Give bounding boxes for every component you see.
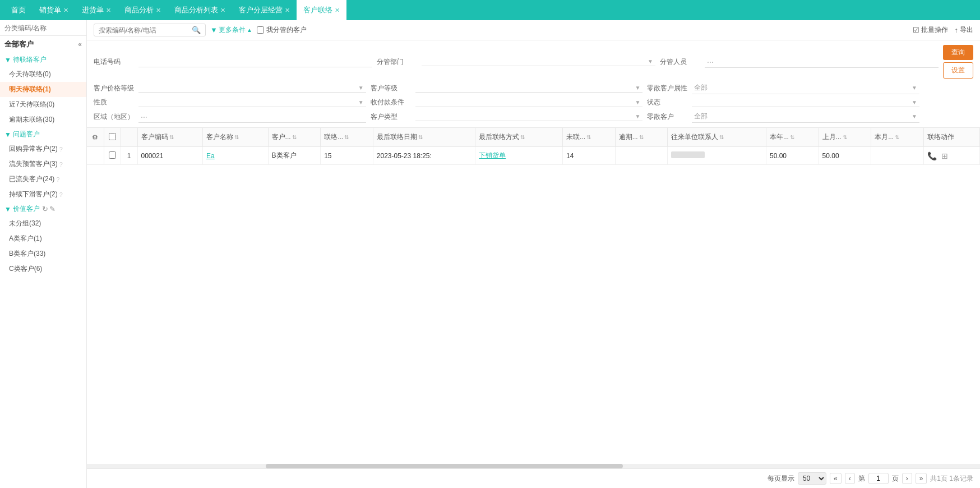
next-page-button[interactable]: › — [902, 473, 912, 484]
col-name[interactable]: 客户名称⇅ — [203, 128, 269, 147]
grid-action-icon[interactable]: ⊞ — [941, 151, 948, 160]
col-gear[interactable]: ⚙ — [87, 128, 104, 147]
sidebar-item-churned[interactable]: 已流失客户(24) ? — [0, 172, 86, 187]
nav-customer-segment[interactable]: 客户分层经营 ✕ — [232, 0, 297, 20]
customer-level-chevron-icon: ▼ — [635, 85, 640, 91]
sidebar-item-overdue[interactable]: 逾期未联络(30) — [0, 112, 86, 127]
col-last-method[interactable]: 最后联络方式⇅ — [475, 128, 563, 147]
filter-status: 状态 ▼ — [647, 98, 919, 107]
filter-button[interactable]: ▼ 更多条件 ▲ — [210, 25, 252, 35]
last-method-link[interactable]: 下销货单 — [479, 151, 506, 159]
my-customers-checkbox[interactable] — [257, 26, 264, 34]
retail-customer-label: 零散客户 — [647, 112, 692, 122]
price-level-select[interactable]: ▼ — [138, 84, 366, 93]
row-last-method[interactable]: 下销货单 — [475, 147, 563, 165]
col-contact[interactable]: 联络...⇅ — [321, 128, 373, 147]
refresh-icon[interactable]: ↻ — [42, 205, 48, 213]
sidebar-item-a-class[interactable]: A类客户(1) — [0, 231, 86, 246]
close-sales-icon[interactable]: ✕ — [63, 7, 68, 14]
pagination: 每页显示 50 100 200 « ‹ 第 页 › » 共1页 1条记录 — [87, 468, 980, 488]
my-customers-toggle[interactable]: 我分管的客户 — [257, 25, 307, 35]
help-icon-churned[interactable]: ? — [56, 176, 59, 183]
nature-select[interactable]: ▼ — [138, 98, 366, 107]
export-button[interactable]: ↑ 导出 — [955, 25, 974, 35]
nav-goods-analysis-list[interactable]: 商品分析列表 ✕ — [168, 0, 232, 20]
sidebar-item-b-class[interactable]: B类客户(33) — [0, 246, 86, 261]
col-not-contacted[interactable]: 未联...⇅ — [563, 128, 616, 147]
customer-type-chevron-icon: ▼ — [635, 113, 640, 119]
col-unit-contact[interactable]: 往来单位联系人⇅ — [668, 128, 766, 147]
row-num: 1 — [121, 147, 137, 165]
first-page-button[interactable]: « — [830, 473, 842, 484]
nav-customer-contact[interactable]: 客户联络 ✕ — [297, 0, 346, 20]
select-all-checkbox[interactable] — [109, 133, 116, 140]
scrollbar-thumb[interactable] — [266, 464, 623, 468]
customer-name-link[interactable]: Ea — [206, 152, 215, 160]
sidebar-item-c-class[interactable]: C类客户(6) — [0, 261, 86, 277]
sidebar-item-week7[interactable]: 近7天待联络(0) — [0, 97, 86, 112]
row-select-checkbox[interactable] — [109, 151, 116, 159]
table-header-row: ⚙ 客户编码⇅ 客户名称⇅ 客户...⇅ 联络...⇅ 最后联络日期⇅ 最后联络… — [87, 128, 980, 147]
nav-purchase[interactable]: 进货单 ✕ — [75, 0, 118, 20]
page-input[interactable] — [868, 473, 889, 484]
col-last-month[interactable]: 上月...⇅ — [819, 128, 871, 147]
col-last-date[interactable]: 最后联络日期⇅ — [373, 128, 475, 147]
main-layout: 🔍 全部客户 « ▼ 待联络客户 今天待联络(0) 明天待联络(1) 近7天待联… — [0, 20, 980, 488]
help-icon-declining[interactable]: ? — [59, 191, 63, 198]
phone-input[interactable] — [138, 57, 372, 67]
filter-nature: 性质 ▼ — [94, 98, 366, 107]
sidebar-item-today[interactable]: 今天待联络(0) — [0, 67, 86, 82]
customer-type-select[interactable]: ▼ — [415, 112, 643, 121]
horizontal-scrollbar[interactable] — [87, 464, 980, 468]
toolbar-search-input[interactable] — [99, 26, 192, 34]
top-navigation: 首页 销货单 ✕ 进货单 ✕ 商品分析 ✕ 商品分析列表 ✕ 客户分层经营 ✕ … — [0, 0, 980, 20]
nav-sales[interactable]: 销货单 ✕ — [33, 0, 75, 20]
prev-page-button[interactable]: ‹ — [845, 473, 855, 484]
col-this-year[interactable]: 本年...⇅ — [766, 128, 819, 147]
sidebar-item-tomorrow[interactable]: 明天待联络(1) — [0, 82, 86, 97]
batch-button[interactable]: ☑ 批量操作 — [913, 25, 948, 35]
col-type[interactable]: 客户...⇅ — [268, 128, 321, 147]
col-code[interactable]: 客户编码⇅ — [137, 128, 203, 147]
col-this-month[interactable]: 本月...⇅ — [871, 128, 924, 147]
filter-retail-attr: 零散客户属性 全部 ▼ — [647, 82, 919, 94]
filter-row-3: 性质 ▼ 收付款条件 ▼ 状态 — [94, 98, 973, 107]
status-select[interactable]: ▼ — [692, 98, 919, 107]
sidebar-search-input[interactable] — [4, 24, 87, 32]
all-customers-header[interactable]: 全部客户 « — [0, 36, 86, 53]
sidebar-item-repurchase[interactable]: 回购异常客户(2) ? — [0, 141, 86, 156]
sort-year-icon: ⇅ — [790, 134, 794, 140]
phone-action-icon[interactable]: 📞 — [927, 151, 937, 160]
retail-attr-select[interactable]: 全部 ▼ — [692, 82, 919, 94]
sidebar-item-ungrouped[interactable]: 未分组(32) — [0, 216, 86, 231]
row-checkbox — [104, 147, 121, 165]
col-overdue[interactable]: 逾期...⇅ — [615, 128, 668, 147]
page-size-select[interactable]: 50 100 200 — [798, 472, 826, 485]
manager-ellipsis[interactable]: ··· — [705, 56, 939, 68]
close-customer-segment-icon[interactable]: ✕ — [285, 7, 290, 14]
close-purchase-icon[interactable]: ✕ — [106, 7, 111, 14]
help-icon-repurchase[interactable]: ? — [59, 146, 63, 153]
row-last-month: 50.00 — [819, 147, 871, 165]
sidebar-item-churn-warning[interactable]: 流失预警客户(3) ? — [0, 156, 86, 172]
total-records: 共1页 1条记录 — [930, 474, 973, 484]
retail-customer-select[interactable]: 全部 ▼ — [692, 111, 919, 123]
region-ellipsis[interactable]: ··· — [138, 111, 366, 123]
row-name[interactable]: Ea — [203, 147, 269, 165]
payment-select[interactable]: ▼ — [415, 98, 643, 107]
setting-button[interactable]: 设置 — [943, 62, 973, 79]
query-button[interactable]: 查询 — [943, 45, 973, 60]
close-goods-analysis-list-icon[interactable]: ✕ — [220, 7, 225, 14]
customer-level-select[interactable]: ▼ — [415, 84, 643, 93]
edit-value-icon[interactable]: ✎ — [49, 205, 56, 213]
toolbar-search-icon[interactable]: 🔍 — [192, 26, 201, 34]
close-customer-contact-icon[interactable]: ✕ — [335, 7, 340, 14]
close-goods-analysis-icon[interactable]: ✕ — [156, 7, 161, 14]
help-icon-churn[interactable]: ? — [59, 161, 63, 168]
filter-customer-level: 客户等级 ▼ — [371, 84, 643, 93]
sidebar-item-declining[interactable]: 持续下滑客户(2) ? — [0, 187, 86, 202]
last-page-button[interactable]: » — [916, 473, 927, 484]
nav-goods-analysis[interactable]: 商品分析 ✕ — [118, 0, 168, 20]
dept-select[interactable]: ▼ — [422, 57, 655, 66]
nav-home[interactable]: 首页 — [4, 0, 33, 20]
